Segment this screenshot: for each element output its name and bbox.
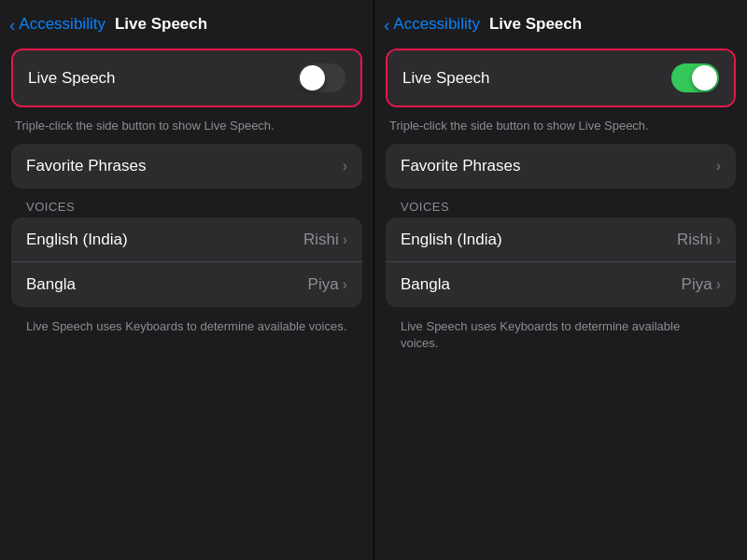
- left-favorite-phrases-section: Favorite Phrases ›: [11, 144, 362, 189]
- right-english-voice-value: Rishi: [677, 231, 712, 249]
- right-page-title: Live Speech: [489, 15, 582, 34]
- right-bangla-chevron-icon: ›: [716, 276, 721, 293]
- left-english-right: Rishi ›: [303, 231, 347, 249]
- left-english-chevron-icon: ›: [343, 231, 347, 248]
- right-english-right: Rishi ›: [677, 231, 721, 249]
- right-favorite-phrases-row[interactable]: Favorite Phrases ›: [386, 144, 736, 189]
- left-toggle-row: Live Speech: [13, 50, 360, 105]
- left-voices-section: English (India) Rishi › Bangla Piya ›: [11, 217, 362, 307]
- left-favorite-phrases-row[interactable]: Favorite Phrases ›: [11, 144, 362, 189]
- left-back-chevron-icon: ‹: [9, 16, 15, 34]
- right-back-label[interactable]: Accessibility: [393, 15, 480, 34]
- right-bangla-right: Piya ›: [682, 275, 721, 294]
- left-voices-label: VOICES: [0, 194, 374, 217]
- left-bangla-right: Piya ›: [308, 275, 347, 294]
- left-voice-row-bangla[interactable]: Bangla Piya ›: [11, 262, 362, 307]
- right-panel: ‹ Accessibility Live Speech Live Speech …: [374, 0, 747, 560]
- right-back-chevron-icon: ‹: [384, 16, 389, 34]
- right-bangla-label: Bangla: [401, 275, 450, 294]
- right-toggle-hint: Triple-click the side button to show Liv…: [374, 113, 747, 144]
- right-favorite-phrases-label: Favorite Phrases: [401, 157, 521, 175]
- left-english-voice-value: Rishi: [303, 231, 339, 249]
- left-toggle-hint: Triple-click the side button to show Liv…: [0, 113, 374, 144]
- left-back-link[interactable]: ‹ Accessibility: [9, 15, 106, 34]
- right-footer-text: Live Speech uses Keyboards to determine …: [374, 313, 747, 359]
- right-favorite-phrases-section: Favorite Phrases ›: [386, 144, 736, 189]
- right-toggle-thumb: [692, 65, 717, 91]
- right-favorite-phrases-chevron-icon: ›: [716, 158, 721, 175]
- left-bangla-chevron-icon: ›: [343, 276, 347, 293]
- right-toggle-section: Live Speech: [386, 49, 736, 107]
- left-content: Live Speech Triple-click the side button…: [0, 41, 374, 560]
- right-favorite-phrases-right: ›: [716, 158, 721, 175]
- right-voice-row-english[interactable]: English (India) Rishi ›: [386, 217, 736, 262]
- right-header: ‹ Accessibility Live Speech: [374, 0, 747, 41]
- right-english-india-label: English (India): [401, 231, 502, 249]
- left-header: ‹ Accessibility Live Speech: [0, 0, 374, 41]
- left-toggle-label: Live Speech: [28, 69, 116, 88]
- left-panel: ‹ Accessibility Live Speech Live Speech …: [0, 0, 374, 560]
- left-bangla-label: Bangla: [26, 275, 76, 294]
- left-voice-row-english[interactable]: English (India) Rishi ›: [11, 217, 362, 262]
- left-english-india-label: English (India): [26, 231, 128, 249]
- right-toggle-row: Live Speech: [388, 50, 734, 105]
- right-toggle-label: Live Speech: [402, 69, 490, 88]
- left-favorite-phrases-label: Favorite Phrases: [26, 157, 147, 175]
- right-voice-row-bangla[interactable]: Bangla Piya ›: [386, 262, 736, 307]
- left-footer-text: Live Speech uses Keyboards to determine …: [0, 313, 374, 343]
- left-back-label[interactable]: Accessibility: [19, 15, 106, 34]
- right-content: Live Speech Triple-click the side button…: [374, 41, 747, 560]
- left-bangla-voice-value: Piya: [308, 275, 339, 294]
- right-back-link[interactable]: ‹ Accessibility: [384, 15, 480, 34]
- right-live-speech-toggle[interactable]: [671, 63, 719, 92]
- left-favorite-phrases-chevron-icon: ›: [343, 158, 347, 175]
- right-english-chevron-icon: ›: [716, 231, 721, 248]
- right-bangla-voice-value: Piya: [682, 275, 712, 294]
- right-voices-label: VOICES: [374, 194, 747, 217]
- left-favorite-phrases-right: ›: [343, 158, 347, 175]
- left-toggle-section: Live Speech: [11, 49, 362, 107]
- left-live-speech-toggle[interactable]: [298, 63, 345, 92]
- left-toggle-thumb: [300, 65, 325, 91]
- right-voices-section: English (India) Rishi › Bangla Piya ›: [386, 217, 736, 307]
- left-page-title: Live Speech: [115, 15, 207, 34]
